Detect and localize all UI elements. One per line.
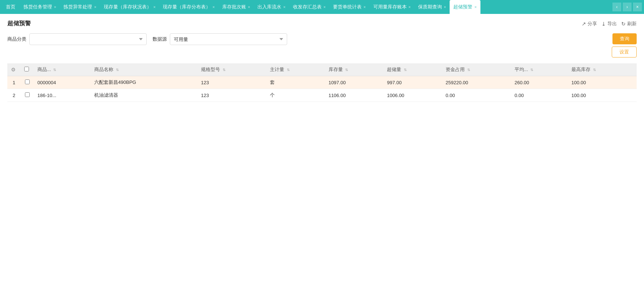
filter-datasource-group: 数据源 可用量 bbox=[153, 33, 287, 45]
sort-spec-icon: ⇅ bbox=[223, 68, 226, 72]
nav-tab-close-10[interactable]: × bbox=[474, 5, 476, 9]
col-overstock-header[interactable]: 超储量 ⇅ bbox=[383, 63, 442, 76]
table-row: 2 186-10... 机油滤清器 123 个 1106.00 1006.00 … bbox=[7, 89, 637, 102]
row-select-1[interactable] bbox=[25, 92, 30, 97]
col-stock-label: 库存量 bbox=[329, 67, 343, 72]
sort-stock-icon: ⇅ bbox=[345, 68, 348, 72]
nav-tab-5[interactable]: 出入库流水× bbox=[254, 0, 289, 14]
page-header: 超储预警 ↗ 分享 ⤓ 导出 ↻ 刷新 bbox=[7, 20, 637, 27]
share-button[interactable]: ↗ 分享 bbox=[582, 21, 597, 27]
sort-product-code-icon: ⇅ bbox=[53, 68, 56, 72]
nav-tab-label-4: 库存批次账 bbox=[222, 4, 246, 10]
row-checkbox-1[interactable] bbox=[21, 89, 34, 102]
row-num-1: 2 bbox=[7, 89, 21, 102]
cell-maxstock-1: 100.00 bbox=[568, 89, 637, 102]
nav-tab-close-4[interactable]: × bbox=[248, 5, 250, 9]
nav-tab-3[interactable]: 现存量（库存分布表）× bbox=[159, 0, 218, 14]
cell-stock-1: 1106.00 bbox=[325, 89, 384, 102]
nav-tab-10[interactable]: 超储预警× bbox=[450, 0, 480, 14]
col-stock-header[interactable]: 库存量 ⇅ bbox=[325, 63, 384, 76]
header-actions: ↗ 分享 ⤓ 导出 ↻ 刷新 bbox=[582, 21, 637, 27]
nav-tab-close-6[interactable]: × bbox=[323, 5, 326, 9]
col-maxstock-header[interactable]: 最高库存 ⇅ bbox=[568, 63, 637, 76]
nav-arrow-right[interactable]: › bbox=[623, 3, 632, 11]
export-button[interactable]: ⤓ 导出 bbox=[601, 21, 617, 27]
nav-tab-close-7[interactable]: × bbox=[363, 5, 366, 9]
table-header: ⚙ 商品... ⇅ 商品名称 ⇅ 规格型号 ⇅ 主计量 bbox=[7, 63, 637, 76]
top-nav: 首页 拣货任务管理×拣货异常处理×现存量（库存状况表）×现存量（库存分布表）×库… bbox=[0, 0, 644, 14]
col-product-code-header[interactable]: 商品... ⇅ bbox=[34, 63, 91, 76]
col-checkbox-header bbox=[21, 63, 34, 76]
select-all-checkbox[interactable] bbox=[24, 67, 29, 71]
nav-tab-close-2[interactable]: × bbox=[153, 5, 155, 9]
nav-tab-2[interactable]: 现存量（库存状况表）× bbox=[100, 0, 159, 14]
col-capital-header[interactable]: 资金占用 ⇅ bbox=[442, 63, 511, 76]
nav-tab-label-7: 要货单统计表 bbox=[333, 4, 362, 10]
settings-button[interactable]: 设置 bbox=[612, 47, 637, 58]
nav-tab-4[interactable]: 库存批次账× bbox=[219, 0, 254, 14]
col-avg-label: 平均... bbox=[515, 67, 528, 72]
col-product-code-label: 商品... bbox=[37, 67, 51, 72]
datasource-label: 数据源 bbox=[153, 36, 167, 42]
export-label: 导出 bbox=[607, 21, 617, 27]
nav-arrow-close[interactable]: × bbox=[633, 3, 642, 11]
nav-tab-1[interactable]: 拣货异常处理× bbox=[60, 0, 100, 14]
col-spec-label: 规格型号 bbox=[201, 67, 220, 72]
nav-tab-label-2: 现存量（库存状况表） bbox=[104, 4, 151, 10]
cell-stock-0: 1097.00 bbox=[325, 76, 384, 89]
cell-overstock-1: 1006.00 bbox=[383, 89, 442, 102]
nav-tab-close-5[interactable]: × bbox=[283, 5, 285, 9]
category-select[interactable] bbox=[29, 33, 147, 45]
col-product-name-header[interactable]: 商品名称 ⇅ bbox=[91, 63, 197, 76]
nav-tab-label-10: 超储预警 bbox=[453, 4, 472, 10]
page-content: 超储预警 ↗ 分享 ⤓ 导出 ↻ 刷新 商品分类 bbox=[0, 14, 644, 293]
sort-avg-icon: ⇅ bbox=[530, 68, 533, 72]
data-table: ⚙ 商品... ⇅ 商品名称 ⇅ 规格型号 ⇅ 主计量 bbox=[7, 63, 637, 102]
nav-tab-0[interactable]: 拣货任务管理× bbox=[20, 0, 60, 14]
nav-tab-close-0[interactable]: × bbox=[54, 5, 56, 9]
row-select-0[interactable] bbox=[25, 79, 30, 84]
cell-spec-1: 123 bbox=[197, 89, 266, 102]
sort-overstock-icon: ⇅ bbox=[404, 68, 407, 72]
cell-avg-0: 260.00 bbox=[511, 76, 568, 89]
nav-tab-8[interactable]: 可用量库存账本× bbox=[370, 0, 414, 14]
col-unit-header[interactable]: 主计量 ⇅ bbox=[266, 63, 325, 76]
filter-row: 商品分类 数据源 可用量 bbox=[7, 33, 607, 45]
col-avg-header[interactable]: 平均... ⇅ bbox=[511, 63, 568, 76]
nav-tab-label-3: 现存量（库存分布表） bbox=[163, 4, 211, 10]
settings-icon[interactable]: ⚙ bbox=[11, 67, 16, 73]
nav-arrow-left[interactable]: ‹ bbox=[612, 3, 621, 11]
action-buttons: 查询 设置 bbox=[612, 33, 637, 58]
header-row: ⚙ 商品... ⇅ 商品名称 ⇅ 规格型号 ⇅ 主计量 bbox=[7, 63, 637, 76]
share-label: 分享 bbox=[588, 21, 597, 27]
refresh-button[interactable]: ↻ 刷新 bbox=[621, 21, 637, 27]
export-icon: ⤓ bbox=[601, 21, 606, 27]
table-row: 1 0000004 六配套新昌490BPG 123 套 1097.00 997.… bbox=[7, 76, 637, 89]
sort-product-name-icon: ⇅ bbox=[116, 68, 119, 72]
nav-tab-9[interactable]: 保质期查询× bbox=[414, 0, 450, 14]
nav-tab-close-1[interactable]: × bbox=[94, 5, 96, 9]
nav-tab-close-3[interactable]: × bbox=[212, 5, 215, 9]
nav-tab-label-5: 出入库流水 bbox=[257, 4, 281, 10]
nav-tab-label-8: 可用量库存账本 bbox=[373, 4, 407, 10]
cell-avg-1: 0.00 bbox=[511, 89, 568, 102]
cell-product-code-0: 0000004 bbox=[34, 76, 91, 89]
query-button[interactable]: 查询 bbox=[612, 33, 637, 44]
col-overstock-label: 超储量 bbox=[387, 67, 401, 72]
col-spec-header[interactable]: 规格型号 ⇅ bbox=[197, 63, 266, 76]
datasource-select[interactable]: 可用量 bbox=[170, 33, 287, 45]
nav-tab-close-9[interactable]: × bbox=[444, 5, 446, 9]
cell-maxstock-0: 100.00 bbox=[568, 76, 637, 89]
nav-tab-7[interactable]: 要货单统计表× bbox=[329, 0, 369, 14]
nav-tab-6[interactable]: 收发存汇总表× bbox=[289, 0, 329, 14]
nav-arrows: ‹ › × bbox=[612, 3, 643, 11]
nav-tab-close-8[interactable]: × bbox=[409, 5, 411, 9]
page-title: 超储预警 bbox=[7, 20, 31, 27]
nav-home[interactable]: 首页 bbox=[1, 4, 20, 10]
sort-capital-icon: ⇅ bbox=[467, 68, 470, 72]
row-num-0: 1 bbox=[7, 76, 21, 89]
table-body: 1 0000004 六配套新昌490BPG 123 套 1097.00 997.… bbox=[7, 76, 637, 102]
cell-capital-1: 0.00 bbox=[442, 89, 511, 102]
row-checkbox-0[interactable] bbox=[21, 76, 34, 89]
cell-product-code-1: 186-10... bbox=[34, 89, 91, 102]
